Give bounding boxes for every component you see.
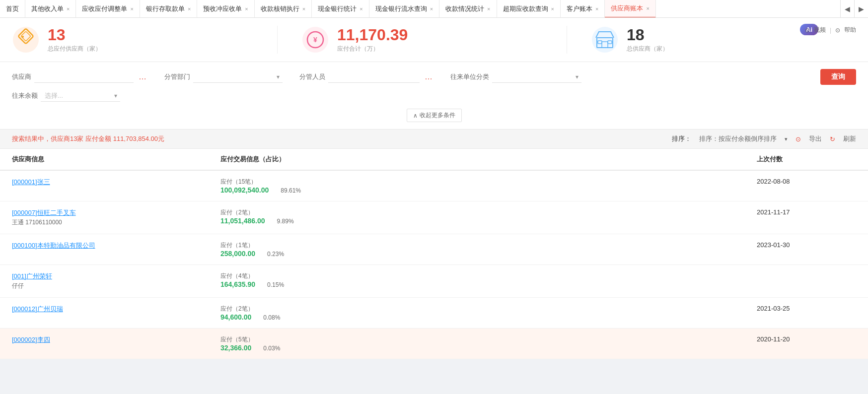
filter-balance: 往来余额 选择... <box>12 90 120 102</box>
col-header-lastpay: 上次付数 <box>757 155 856 164</box>
table-row: [000012]广州贝瑞 应付（2笔） 94,600.00 0.08% 2021… <box>0 298 868 328</box>
nav-tab-5-label: 收款核销执行 <box>261 4 299 13</box>
filter-row-1: 供应商 … 分管部门 分管人员 … 往来单位分类 <box>12 69 856 85</box>
export-button[interactable]: 导出 <box>809 134 822 143</box>
svg-rect-0 <box>18 28 33 44</box>
stat-number-3: 18 <box>627 26 668 44</box>
stat-content-1: 13 总应付供应商（家） <box>48 26 101 53</box>
row-3-trans-row: 164,635.90 0.15% <box>220 280 757 288</box>
nav-tab-4[interactable]: 预收冲应收单 × <box>197 0 254 18</box>
top-right-links: ⊙ 视频 | ⊙ 帮助 <box>805 26 856 34</box>
row-3-supplier-link[interactable]: [001]广州荣轩 <box>12 272 220 281</box>
nav-tab-2-close[interactable]: × <box>130 6 133 12</box>
row-5-transaction-col: 应付（5笔） 32,366.00 0.03% <box>220 335 757 352</box>
filter-area: 供应商 … 分管部门 分管人员 … 往来单位分类 <box>0 62 868 130</box>
nav-tab-10-close[interactable]: × <box>595 6 598 12</box>
row-4-lastpay-date: 2021-03-25 <box>757 305 790 312</box>
balance-label: 往来余额 <box>12 91 38 100</box>
category-select[interactable] <box>492 71 581 83</box>
filter-supplier: 供应商 … <box>12 71 147 83</box>
nav-tab-3-close[interactable]: × <box>188 6 191 12</box>
row-5-trans-row: 32,366.00 0.03% <box>220 344 757 352</box>
nav-tabs-wrapper: 首页 其他收入单 × 应收应付调整单 × 银行存取款单 × 预收冲应收单 × 收… <box>0 0 840 18</box>
nav-tab-11-close[interactable]: × <box>646 5 649 11</box>
department-select-wrapper <box>193 71 283 83</box>
department-select[interactable] <box>193 71 283 83</box>
stat-payable-suppliers: 13 总应付供应商（家） <box>12 26 277 54</box>
nav-tab-home[interactable]: 首页 <box>0 0 25 18</box>
table-row: [000100]本特勤油品有限公司 应付（1笔） 258,000.00 0.23… <box>0 234 868 265</box>
row-3-trans-amount[interactable]: 164,635.90 <box>220 280 255 288</box>
nav-arrow-right[interactable]: ▶ <box>854 0 868 18</box>
nav-tab-7-label: 现金银行流水查询 <box>375 4 427 13</box>
nav-tab-9-close[interactable]: × <box>551 6 554 12</box>
video-icon: ⊙ <box>805 27 810 34</box>
row-5-trans-amount[interactable]: 32,366.00 <box>220 344 251 352</box>
row-0-trans-amount[interactable]: 100,092,540.00 <box>220 186 269 194</box>
video-link[interactable]: 视频 <box>814 26 826 34</box>
sort-label: 排序： <box>672 134 691 143</box>
row-0-trans-label: 应付（15笔） <box>220 178 757 186</box>
nav-tab-1-close[interactable]: × <box>67 6 70 12</box>
nav-tab-7-close[interactable]: × <box>430 6 433 12</box>
person-label: 分管人员 <box>299 72 325 81</box>
row-1-supplier-link[interactable]: [000007]恒旺二手叉车 <box>12 208 220 217</box>
nav-tab-home-label: 首页 <box>6 4 19 13</box>
row-2-trans-amount[interactable]: 258,000.00 <box>220 250 255 258</box>
nav-arrow-left[interactable]: ◀ <box>840 0 854 18</box>
nav-tab-10[interactable]: 客户账本 × <box>561 0 605 18</box>
main-table: 供应商信息 应付交易信息（占比） 上次付数 [000001]张三 应付（15笔）… <box>0 149 868 359</box>
row-0-trans-pct: 89.61% <box>281 187 301 194</box>
row-5-supplier-link[interactable]: [000002]李四 <box>12 335 220 344</box>
row-2-lastpay-date: 2023-01-30 <box>757 241 790 249</box>
row-2-supplier-col: [000100]本特勤油品有限公司 <box>12 241 220 250</box>
nav-tab-6[interactable]: 现金银行统计 × <box>312 0 369 18</box>
row-4-transaction-col: 应付（2笔） 94,600.00 0.08% <box>220 305 757 321</box>
row-4-supplier-link[interactable]: [000012]广州贝瑞 <box>12 305 220 314</box>
nav-tab-6-close[interactable]: × <box>360 6 362 12</box>
stat-number-2: 11,170.39 <box>337 26 408 44</box>
nav-tab-5[interactable]: 收款核销执行 × <box>255 0 312 18</box>
help-link[interactable]: 帮助 <box>844 26 856 34</box>
nav-tab-2[interactable]: 应收应付调整单 × <box>76 0 140 18</box>
row-1-trans-amount[interactable]: 11,051,486.00 <box>220 217 265 225</box>
supplier-dots-btn[interactable]: … <box>139 72 147 81</box>
nav-tab-7[interactable]: 现金银行流水查询 × <box>369 0 439 18</box>
row-0-supplier-link[interactable]: [000001]张三 <box>12 178 220 187</box>
nav-tab-9[interactable]: 超期应收款查询 × <box>497 0 561 18</box>
filter-category: 往来单位分类 <box>450 71 581 83</box>
sort-select[interactable]: 排序：按应付余额倒序排序 <box>699 134 777 143</box>
svg-rect-6 <box>602 42 608 48</box>
row-5-trans-label: 应付（5笔） <box>220 335 757 344</box>
refresh-button[interactable]: 刷新 <box>843 134 856 143</box>
stat-content-2: 11,170.39 应付合计（万） <box>337 26 408 53</box>
result-text: 搜索结果中，供应商13家 应付金额 111,703,854.00元 <box>12 135 164 142</box>
stat-icon-2: ¥ <box>301 26 329 54</box>
row-4-trans-row: 94,600.00 0.08% <box>220 313 757 321</box>
row-4-trans-amount[interactable]: 94,600.00 <box>220 313 251 321</box>
nav-tab-3[interactable]: 银行存取款单 × <box>140 0 197 18</box>
row-4-trans-pct: 0.08% <box>263 314 280 321</box>
row-1-transaction-col: 应付（2笔） 11,051,486.00 9.89% <box>220 208 757 225</box>
nav-tab-8-label: 收款情况统计 <box>445 4 484 13</box>
row-2-supplier-link[interactable]: [000100]本特勤油品有限公司 <box>12 241 220 250</box>
person-input[interactable] <box>328 71 420 83</box>
collapse-button[interactable]: ∧ 收起更多条件 <box>407 109 462 122</box>
department-label: 分管部门 <box>164 72 190 81</box>
row-1-trans-label: 应付（2笔） <box>220 208 757 217</box>
col-header-transaction: 应付交易信息（占比） <box>220 155 757 164</box>
svg-rect-7 <box>598 41 602 44</box>
balance-select[interactable]: 选择... <box>41 90 120 102</box>
query-button[interactable]: 查询 <box>820 69 856 85</box>
nav-tab-4-close[interactable]: × <box>245 6 248 12</box>
row-4-trans-label: 应付（2笔） <box>220 305 757 313</box>
person-dots-btn[interactable]: … <box>425 72 434 81</box>
nav-tab-1[interactable]: 其他收入单 × <box>25 0 76 18</box>
row-5-trans-pct: 0.03% <box>263 345 280 352</box>
nav-tab-11[interactable]: 供应商账本 × <box>605 0 655 18</box>
supplier-input[interactable] <box>34 71 134 83</box>
nav-tab-8[interactable]: 收款情况统计 × <box>439 0 497 18</box>
nav-tab-8-close[interactable]: × <box>487 6 490 12</box>
nav-tab-5-close[interactable]: × <box>302 6 305 12</box>
row-0-trans-row: 100,092,540.00 89.61% <box>220 186 757 194</box>
